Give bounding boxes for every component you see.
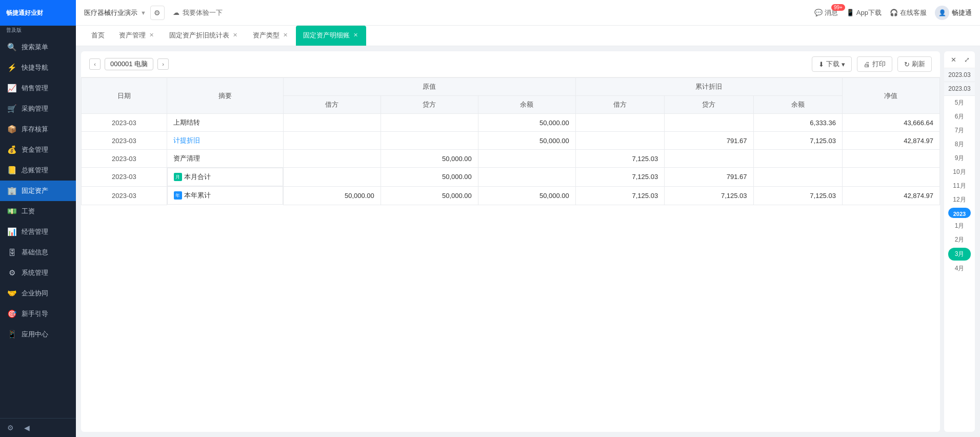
td-orig-balance <box>478 150 575 168</box>
system-icon: ⚙ <box>7 268 16 277</box>
onlineservice-button[interactable]: 🎧 在线客服 <box>890 8 927 17</box>
prev-arrow[interactable]: ‹ <box>89 58 101 70</box>
timeline-top-buttons: ✕ ⤢ <box>944 51 975 68</box>
tab-depreciation[interactable]: 固定资产折旧统计表 ✕ <box>162 26 246 46</box>
sidebar-item-newguide[interactable]: 🎯 新手引导 <box>0 304 76 324</box>
sidebar-item-label: 企业协同 <box>22 289 48 298</box>
tab-close-icon[interactable]: ✕ <box>232 31 238 39</box>
sidebar-item-label: 销售管理 <box>22 84 48 93</box>
download-label: 下载 <box>826 59 839 69</box>
td-orig-balance: 50,000.00 <box>478 114 575 132</box>
timeline-month[interactable]: 2月 <box>944 233 975 247</box>
sidebar-item-label: 快捷导航 <box>22 63 48 72</box>
print-icon: 🖨 <box>864 61 870 68</box>
sidebar-item-label: 总账管理 <box>22 166 48 175</box>
timeline-month[interactable]: 1月 <box>944 219 975 233</box>
tab-home[interactable]: 首页 <box>84 26 112 46</box>
th-accumulated-depreciation: 累计折旧 <box>575 78 842 96</box>
timeline-month[interactable]: 5月 <box>944 96 975 110</box>
collab-icon: 🤝 <box>7 289 16 298</box>
timeline-month[interactable]: 3月 <box>948 248 971 261</box>
messages-button[interactable]: 💬 消息 99+ <box>814 8 838 17</box>
td-orig-credit <box>381 114 478 132</box>
td-dep-balance: 7,125.03 <box>753 186 842 205</box>
sidebar-item-fixedassets[interactable]: 🏢 固定资产 <box>0 181 76 201</box>
chevron-down-icon: ▼ <box>141 10 146 16</box>
avatar: 👤 <box>935 6 949 20</box>
settings-button[interactable]: ⚙ <box>150 6 165 20</box>
sidebar-item-appcenter[interactable]: 📱 应用中心 <box>0 324 76 345</box>
expand-timeline-button[interactable]: ⤢ <box>961 53 973 66</box>
year-icon: 年 <box>174 191 182 200</box>
th-orig-debit: 借方 <box>283 96 381 114</box>
td-net-value <box>842 150 939 168</box>
td-dep-balance <box>753 150 842 168</box>
th-orig-balance: 余额 <box>478 96 575 114</box>
payroll-icon: 💵 <box>7 207 16 216</box>
sidebar-item-sales[interactable]: 📈 销售管理 <box>0 78 76 98</box>
purchase-icon: 🛒 <box>7 104 16 113</box>
message-badge: 99+ <box>831 4 845 11</box>
sidebar-item-label: 固定资产 <box>22 186 48 195</box>
next-arrow[interactable]: › <box>157 58 169 70</box>
sidebar-item-operation[interactable]: 📊 经营管理 <box>0 222 76 242</box>
timeline-month[interactable]: 8月 <box>944 137 975 151</box>
sidebar-item-funds[interactable]: 💰 资金管理 <box>0 140 76 160</box>
timeline-month[interactable]: 4月 <box>944 262 975 275</box>
tab-assetmanage[interactable]: 资产管理 ✕ <box>112 26 162 46</box>
sidebar-item-basic[interactable]: 🗄 基础信息 <box>0 242 76 263</box>
tab-close-icon[interactable]: ✕ <box>148 31 155 39</box>
sidebar-item-system[interactable]: ⚙ 系统管理 <box>0 263 76 283</box>
content-area: ‹ 000001 电脑 › ⬇ 下载 ▾ 🖨 打印 ↻ 刷新 <box>76 46 980 437</box>
collapse-sidebar-icon[interactable]: ◀ <box>24 424 30 432</box>
td-orig-debit <box>283 132 381 150</box>
td-dep-debit: 7,125.03 <box>575 186 664 205</box>
tab-close-icon[interactable]: ✕ <box>352 31 359 39</box>
refresh-button[interactable]: ↻ 刷新 <box>897 56 932 72</box>
print-button[interactable]: 🖨 打印 <box>857 56 892 72</box>
sidebar-item-inventory[interactable]: 📦 库存核算 <box>0 119 76 140</box>
print-label: 打印 <box>872 59 886 69</box>
asset-code-tag: 000001 电脑 <box>105 58 153 70</box>
topbar-right: 💬 消息 99+ 📱 App下载 🎧 在线客服 👤 畅捷通 <box>814 6 972 20</box>
funds-icon: 💰 <box>7 145 16 154</box>
message-icon: 💬 <box>814 9 823 16</box>
td-dep-debit: 7,125.03 <box>575 150 664 168</box>
experience-button[interactable]: ☁ 我要体验一下 <box>173 8 223 17</box>
td-orig-credit <box>381 132 478 150</box>
timeline-month[interactable]: 10月 <box>944 165 975 179</box>
timeline-month[interactable]: 11月 <box>944 179 975 193</box>
download-button[interactable]: ⬇ 下载 ▾ <box>812 56 852 72</box>
sidebar-footer: ⚙ ◀ <box>0 418 76 437</box>
sidebar-item-label: 新手引导 <box>22 309 48 319</box>
sidebar-item-label: 经营管理 <box>22 227 48 236</box>
timeline-month[interactable]: 6月 <box>944 110 975 124</box>
sidebar-item-purchase[interactable]: 🛒 采购管理 <box>0 98 76 119</box>
sidebar-item-collab[interactable]: 🤝 企业协同 <box>0 283 76 304</box>
tab-close-icon[interactable]: ✕ <box>282 31 289 39</box>
timeline-month[interactable]: 9月 <box>944 151 975 165</box>
user-menu[interactable]: 👤 畅捷通 <box>935 6 972 20</box>
table-row: 2023-03 资产清理 50,000.00 7,125.03 <box>82 150 940 168</box>
settings-icon[interactable]: ⚙ <box>7 424 14 432</box>
company-selector[interactable]: 医疗器械行业演示 ▼ <box>84 8 146 17</box>
td-summary: 计提折旧 <box>167 132 283 150</box>
td-net-value: 42,874.97 <box>842 186 939 205</box>
timeline-month[interactable]: 12月 <box>944 193 975 207</box>
operation-icon: 📊 <box>7 227 16 236</box>
appdownload-button[interactable]: 📱 App下载 <box>846 8 882 17</box>
tab-assetdetail[interactable]: 固定资产明细账 ✕ <box>296 26 366 46</box>
timeline-month[interactable]: 7月 <box>944 124 975 137</box>
sidebar-item-ledger[interactable]: 📒 总账管理 <box>0 160 76 181</box>
sidebar-item-label: 基础信息 <box>22 248 48 257</box>
sidebar-item-search[interactable]: 🔍 搜索菜单 <box>0 37 76 57</box>
search-icon: 🔍 <box>7 43 16 52</box>
tabs-bar: 首页 资产管理 ✕ 固定资产折旧统计表 ✕ 资产类型 ✕ 固定资产明细账 ✕ <box>76 26 980 46</box>
timeline-year: 2023 <box>948 208 971 218</box>
sidebar-item-payroll[interactable]: 💵 工资 <box>0 201 76 222</box>
gear-icon: ⚙ <box>154 9 161 17</box>
tab-assettype[interactable]: 资产类型 ✕ <box>246 26 296 46</box>
sidebar-item-quicknav[interactable]: ⚡ 快捷导航 <box>0 57 76 78</box>
close-timeline-button[interactable]: ✕ <box>947 53 959 66</box>
td-orig-credit: 50,000.00 <box>381 150 478 168</box>
